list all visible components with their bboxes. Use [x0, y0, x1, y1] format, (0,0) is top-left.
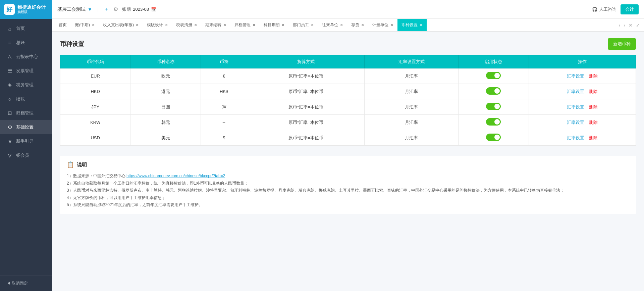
tab-close-icon[interactable]: ✕ — [136, 23, 139, 27]
delete-link[interactable]: 删除 — [589, 104, 598, 109]
tab-label: 模版设计 — [147, 22, 163, 28]
cell-code: HKD — [60, 84, 130, 99]
enable-toggle[interactable] — [486, 103, 501, 110]
sidebar-item-tax[interactable]: ◈ 税务管理 — [0, 78, 52, 92]
tab-close-icon[interactable]: ✕ — [361, 23, 364, 27]
cell-rate-type: 月汇率 — [365, 68, 459, 84]
sidebar-item-archive[interactable]: ⊡ 归档管理 — [0, 106, 52, 120]
delete-link[interactable]: 删除 — [589, 135, 598, 140]
nav-label-archive: 归档管理 — [16, 110, 34, 116]
tab-币种设置[interactable]: 币种设置✕ — [397, 19, 427, 32]
sidebar-item-closing[interactable]: ○ 结账 — [0, 92, 52, 106]
tab-close-icon[interactable]: ✕ — [253, 23, 255, 27]
cell-actions: 汇率设置 删除 — [529, 130, 636, 146]
support-button[interactable]: 🎧 人工咨询 — [592, 6, 616, 12]
delete-link[interactable]: 删除 — [589, 120, 598, 125]
enable-toggle[interactable] — [486, 87, 501, 95]
sidebar-item-member[interactable]: V 畅会员 — [0, 148, 52, 162]
enable-toggle[interactable] — [486, 134, 501, 141]
nav-icon-tax: ◈ — [7, 82, 13, 88]
tab-模版设计[interactable]: 模版设计✕ — [143, 19, 172, 32]
tab-label: 期末结转 — [205, 22, 221, 28]
tab-close-icon[interactable]: ✕ — [420, 23, 422, 27]
tab-close-icon[interactable]: ✕ — [165, 23, 168, 27]
tab-close-icon[interactable]: ✕ — [311, 23, 314, 27]
project-name[interactable]: 基层工会测试 ▼ — [57, 6, 92, 12]
sidebar-footer[interactable]: ◀ 取消固定 — [0, 276, 52, 291]
tab-close-icon[interactable]: ✕ — [390, 23, 393, 27]
cell-actions: 汇率设置 删除 — [529, 115, 636, 130]
tab-prev-arrow[interactable]: ‹ — [618, 22, 622, 29]
kuaiji-button[interactable]: 会计 — [621, 4, 639, 14]
sidebar-item-invoice[interactable]: ☰ 发票管理 — [0, 64, 52, 78]
table-row: KRW 韩元 -- 原币*汇率=本位币 月汇率 汇率设置 删除 — [60, 115, 636, 130]
period-display: 账期 2023-03 📅 — [122, 6, 156, 12]
rate-setting-link[interactable]: 汇率设置 — [567, 89, 584, 94]
rate-setting-link[interactable]: 汇率设置 — [567, 104, 584, 109]
tab-账中期[interactable]: 账(中期)✕ — [71, 19, 99, 32]
delete-link[interactable]: 删除 — [589, 74, 598, 79]
add-icon[interactable]: ＋ — [104, 6, 109, 13]
tab-税表清册[interactable]: 税表清册✕ — [172, 19, 201, 32]
new-currency-button[interactable]: 新增币种 — [608, 38, 636, 50]
cell-symbol: € — [201, 68, 247, 84]
topbar: 基层工会测试 ▼ | ＋ ⚙ 账期 2023-03 📅 🎧 人工咨询 会计 — [52, 0, 644, 19]
sidebar-item-settings[interactable]: ⚙ 基础设置 — [0, 120, 52, 134]
tab-close-icon[interactable]: ✕ — [340, 23, 343, 27]
sidebar-item-home[interactable]: ⌂ 首页 — [0, 21, 52, 36]
tab-close-icon[interactable]: ✕ — [92, 23, 95, 27]
tab-存货[interactable]: 存货✕ — [347, 19, 368, 32]
tab-close-icon[interactable]: ✕ — [282, 23, 284, 27]
sidebar-item-ledger[interactable]: ≡ 总账 — [0, 36, 52, 50]
logo-text: 畅捷通好会计 — [17, 4, 46, 10]
enable-toggle[interactable] — [486, 118, 501, 126]
tab-expand-icon[interactable]: ⤢ — [635, 22, 641, 29]
tab-close-all-icon[interactable]: ✕ — [627, 22, 634, 29]
rate-setting-link[interactable]: 汇率设置 — [567, 120, 584, 125]
tab-label: 币种设置 — [401, 22, 418, 28]
tab-label: 往来单位 — [322, 22, 338, 28]
col-header-币种代码: 币种代码 — [60, 55, 130, 68]
nav-label-tax: 税务管理 — [16, 82, 34, 88]
headset-icon: 🎧 — [592, 7, 597, 12]
cell-calc: 原币*汇率=本位币 — [247, 130, 365, 146]
calendar-icon[interactable]: 📅 — [151, 7, 156, 12]
rate-setting-link[interactable]: 汇率设置 — [567, 74, 584, 79]
tab-归档管理[interactable]: 归档管理✕ — [230, 19, 260, 32]
cell-code: KRW — [60, 115, 130, 130]
cell-rate-type: 月汇率 — [365, 130, 459, 146]
tab-close-icon[interactable]: ✕ — [223, 23, 226, 27]
tab-往来单位[interactable]: 往来单位✕ — [318, 19, 347, 32]
nav-label-member: 畅会员 — [16, 152, 29, 158]
note-item-5: 5）系统只能自动抓取2021年度后的汇率，之前年度汇率需要用户手工维护。 — [67, 201, 629, 209]
tab-部门员工[interactable]: 部门员工✕ — [289, 19, 318, 32]
logo-sub: 旗舰版 — [17, 10, 46, 14]
china-money-link[interactable]: https://www.chinamoney.com.cn/chinese/bk… — [126, 174, 225, 178]
project-dropdown-icon[interactable]: ▼ — [88, 7, 92, 12]
delete-link[interactable]: 删除 — [589, 89, 598, 94]
tab-期末结转[interactable]: 期末结转✕ — [201, 19, 230, 32]
table-body: EUR 欧元 € 原币*汇率=本位币 月汇率 汇率设置 删除 HKD 港元 HK… — [60, 68, 636, 146]
tab-next-arrow[interactable]: › — [622, 22, 627, 29]
tab-科目期初[interactable]: 科目期初✕ — [260, 19, 289, 32]
nav-label-closing: 结账 — [16, 96, 25, 102]
period-label: 账期 — [122, 6, 131, 12]
main-area: 基层工会测试 ▼ | ＋ ⚙ 账期 2023-03 📅 🎧 人工咨询 会计 首页… — [52, 0, 644, 291]
nav-icon-ledger: ≡ — [7, 40, 13, 46]
sidebar-item-guide[interactable]: ★ 新手引导 — [0, 134, 52, 148]
tab-计量单位[interactable]: 计量单位✕ — [368, 19, 397, 32]
tab-首页[interactable]: 首页 — [55, 19, 71, 32]
enable-toggle[interactable] — [486, 72, 501, 79]
note-item-4: 4）无官方牌价的币种，可以用用户手工维护汇率信息； — [67, 194, 629, 202]
nav-icon-member: V — [7, 153, 13, 158]
rate-setting-link[interactable]: 汇率设置 — [567, 135, 584, 140]
nav-label-ledger: 总账 — [16, 40, 25, 46]
table-header-row: 币种代码币种名称币符折算方式汇率设置方式启用状态操作 — [60, 55, 636, 68]
cell-name: 欧元 — [130, 68, 201, 84]
settings-icon[interactable]: ⚙ — [113, 6, 118, 12]
tab-close-icon[interactable]: ✕ — [194, 23, 197, 27]
table-row: EUR 欧元 € 原币*汇率=本位币 月汇率 汇率设置 删除 — [60, 68, 636, 84]
tab-收入支出表年报[interactable]: 收入支出表(年报)✕ — [99, 19, 143, 32]
project-label: 基层工会测试 — [57, 6, 86, 12]
sidebar-item-reports[interactable]: △ 云报表中心 — [0, 50, 52, 64]
